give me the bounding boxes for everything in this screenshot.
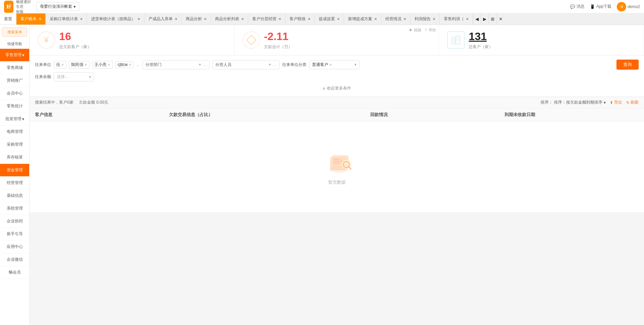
category-selector[interactable]: 普通客户 ✕ ▾: [309, 60, 359, 69]
chevron-down-icon: ▾: [22, 53, 24, 58]
tab-business-status[interactable]: 经营情况 ✕: [381, 13, 411, 25]
logo-icon: 好: [4, 1, 13, 13]
sidebar-item-retail-management[interactable]: 零售管理 ▾: [0, 49, 29, 62]
tab-close-product-analysis-list[interactable]: ✕: [241, 17, 244, 21]
help-link[interactable]: ？ 帮助: [424, 28, 436, 33]
tab-close-product-analysis[interactable]: ✕: [204, 17, 207, 21]
table-area: 客户信息 欠款交易信息（占比） 回款情况 到期未收款日期: [30, 108, 644, 212]
tab-nav-prev[interactable]: ◀: [473, 13, 481, 25]
account-selector[interactable]: 母婴行业演示帐套 ▾: [36, 2, 79, 11]
sidebar-item-system[interactable]: 系统管理: [0, 202, 29, 215]
dept-selector[interactable]: 分管部门 ▾ ...: [142, 60, 210, 69]
export-btn[interactable]: ⬆ 导出: [610, 100, 622, 105]
svg-rect-3: [453, 39, 454, 40]
refresh-btn[interactable]: ↻ 刷新: [626, 100, 639, 105]
tab-home[interactable]: 首页: [0, 13, 16, 25]
chevron-up-icon: ∧: [323, 86, 326, 91]
tab-close-profit-report[interactable]: ✕: [433, 17, 435, 21]
phone-icon: 📱: [590, 4, 595, 9]
filter-tag-1[interactable]: 伍 ✕: [54, 61, 66, 69]
filter-tag-3[interactable]: 王小亮 ✕: [92, 61, 113, 69]
sidebar-item-purchase[interactable]: 采购管理: [0, 138, 29, 151]
video-link[interactable]: ▶ 视频: [409, 28, 421, 33]
tab-nav-expand[interactable]: ⊞: [488, 13, 497, 25]
sidebar-item-enterprise-wechat[interactable]: 企业微信: [0, 253, 29, 266]
avatar: d: [617, 2, 626, 11]
user-menu[interactable]: d demo2: [617, 2, 640, 11]
sidebar-item-finance[interactable]: 资金管理: [0, 164, 29, 177]
tab-product-analysis-list[interactable]: 商品分析列表 ✕: [211, 13, 248, 25]
tab-close-commission-settings[interactable]: ✕: [337, 17, 340, 21]
tab-customer-contact[interactable]: 客户联络 ✕: [286, 13, 315, 25]
stat-label-debt-total: 欠款合计（万）: [264, 44, 292, 50]
tab-new-commission[interactable]: 新增提成方案 ✕: [344, 13, 381, 25]
quick-nav-btn[interactable]: 快捷导航: [0, 39, 29, 49]
tab-close-purchase-order[interactable]: ✕: [80, 17, 83, 21]
tab-commission-settings[interactable]: 提成设置 ✕: [315, 13, 344, 25]
sidebar-item-retail-mall[interactable]: 零售商城: [0, 62, 29, 74]
filter-tag-close-3[interactable]: ✕: [108, 63, 110, 67]
filter-tag-4[interactable]: cjttcw ✕: [115, 61, 134, 68]
sidebar-item-enterprise-collab[interactable]: 企业协同: [0, 215, 29, 228]
filter-tag-2[interactable]: 陈民强 ✕: [69, 61, 89, 69]
sidebar-item-marketing[interactable]: 营销推广: [0, 74, 29, 87]
sidebar-item-basic-info[interactable]: 基础信息: [0, 189, 29, 202]
filter-more-units[interactable]: ...: [136, 62, 140, 67]
empty-state: 暂无数据: [30, 121, 644, 212]
tab-close-business-status[interactable]: ✕: [403, 17, 406, 21]
tab-finished-goods[interactable]: 产成品入库单 ✕: [144, 13, 182, 25]
filter-label-unit: 往来单位: [35, 62, 51, 68]
logo-area: 好 畅捷通好生意 标版: [4, 0, 34, 14]
empty-text: 暂无数据: [328, 179, 346, 185]
tab-close-retail-profit[interactable]: ✕: [466, 17, 469, 21]
empty-icon: [324, 148, 350, 175]
tab-customer-tier[interactable]: 客户分层经营 ✕: [248, 13, 286, 25]
tab-close-customer-tier[interactable]: ✕: [278, 17, 281, 21]
sidebar-item-retail-stats[interactable]: 零售统计: [0, 100, 29, 113]
person-selector[interactable]: 分管人员 ▾ ...: [212, 60, 280, 69]
tab-retail-profit[interactable]: 零售利润（ ✕: [440, 13, 473, 25]
tab-close-purchase-stats[interactable]: ✕: [137, 17, 140, 21]
app-download-btn[interactable]: 📱 App下载: [590, 4, 611, 9]
message-icon: 💬: [570, 4, 575, 9]
messages-btn[interactable]: 💬 消息: [570, 4, 585, 9]
sidebar-item-ecommerce[interactable]: 电商管理: [0, 125, 29, 138]
tab-close-finished-goods[interactable]: ✕: [175, 17, 177, 21]
filter-tag-close-4[interactable]: ✕: [129, 63, 131, 67]
table-col-collection: 回款情况: [370, 112, 504, 118]
category-tag-close[interactable]: ✕: [329, 63, 332, 67]
collapse-filter-btn[interactable]: ∧ 收起更多条件: [35, 84, 639, 93]
dept-more-icon: ...: [204, 63, 207, 67]
sidebar-item-new-guide[interactable]: 新手引导: [0, 228, 29, 241]
query-button[interactable]: 查询: [616, 60, 639, 70]
tab-profit-report[interactable]: 利润报告 ✕: [411, 13, 440, 25]
category-tag[interactable]: 普通客户 ✕: [312, 62, 332, 68]
balance-selector[interactable]: 选择... ▾: [54, 72, 94, 81]
filter-tag-close-2[interactable]: ✕: [84, 63, 87, 67]
tab-purchase-order[interactable]: 采购订单统计表 ✕: [46, 13, 87, 25]
tab-close-customer-contact[interactable]: ✕: [308, 17, 310, 21]
tab-close-new-commission[interactable]: ✕: [374, 17, 377, 21]
filter-label-balance: 往来余额: [35, 74, 51, 80]
tab-customer-ledger[interactable]: 客户账本 ✕: [16, 13, 46, 25]
tab-nav-next[interactable]: ▶: [481, 13, 488, 25]
tab-purchase-stats[interactable]: 进货单统计表（按商品） ✕: [87, 13, 144, 25]
tab-close-customer-ledger[interactable]: ✕: [39, 17, 41, 21]
result-bar: 搜索结果中，客户0家 欠款金额 0.00元 排序： 排序：按欠款金额到期排序 ▾…: [30, 97, 644, 108]
tab-product-analysis[interactable]: 商品分析 ✕: [182, 13, 211, 25]
sidebar-item-operations[interactable]: 经营管理: [0, 177, 29, 189]
chevron-down-icon: ▾: [74, 4, 76, 9]
sidebar-item-app-center[interactable]: 应用中心: [0, 241, 29, 253]
sort-selector[interactable]: 排序： 排序：按欠款金额到期排序 ▾: [541, 100, 606, 105]
search-menu-btn[interactable]: 搜索菜单: [2, 28, 27, 37]
sidebar-item-membership[interactable]: 会员中心: [0, 87, 29, 100]
filter-tag-close-1[interactable]: ✕: [61, 63, 64, 67]
sidebar-item-wholesale[interactable]: 批发管理 ▾: [0, 113, 29, 125]
sidebar-item-inventory[interactable]: 库存核算: [0, 151, 29, 164]
svg-marker-0: [247, 35, 256, 45]
table-header: 客户信息 欠款交易信息（占比） 回款情况 到期未收款日期: [30, 108, 644, 121]
tab-nav-close-all[interactable]: ✕: [497, 13, 505, 25]
filter-area: 往来单位 伍 ✕ 陈民强 ✕ 王小亮 ✕ cjttcw ✕ ...: [30, 56, 644, 97]
svg-rect-4: [453, 41, 454, 42]
sidebar-item-member[interactable]: 畅会员: [0, 266, 29, 279]
